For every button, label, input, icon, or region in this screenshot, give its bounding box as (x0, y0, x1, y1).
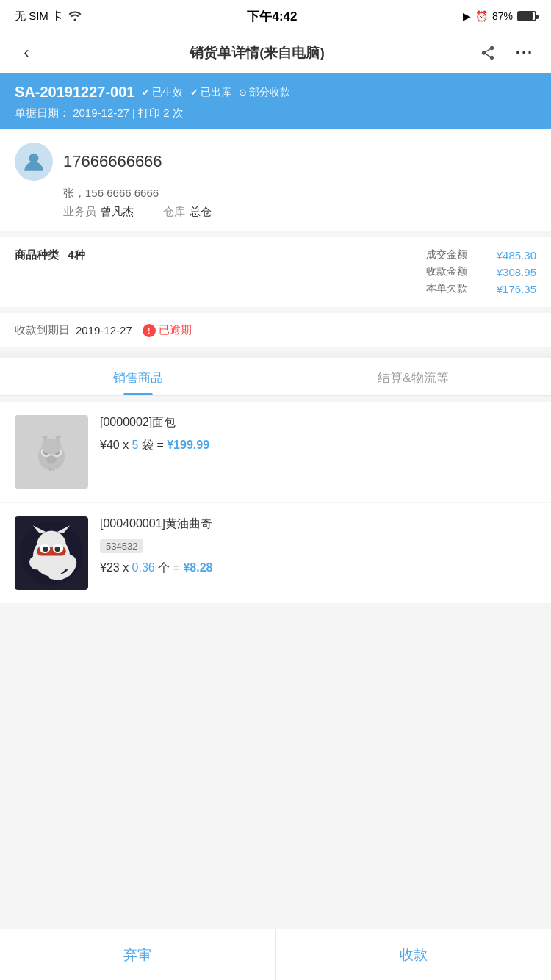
product-name-2: [000400001]黄油曲奇 (100, 516, 536, 532)
product-qty-2: 0.36 (132, 561, 155, 574)
page-title: 销货单详情(来自电脑) (190, 43, 325, 62)
debt-label: 本单欠款 (426, 282, 467, 295)
tabs-row: 销售商品 结算&物流等 (0, 358, 551, 395)
order-meta: 单据日期： 2019-12-27 | 打印 2 次 (15, 107, 536, 120)
customer-section: 17666666666 张，156 6666 6666 业务员 曾凡杰 仓库 总… (0, 129, 551, 231)
debt-row: 本单欠款 ¥176.35 (426, 282, 536, 295)
received-label: 收款金额 (426, 265, 467, 278)
product-image-icon-2 (18, 520, 84, 586)
customer-row: 17666666666 (15, 143, 536, 181)
order-id-row: SA-20191227-001 ✔ 已生效 ✔ 已出库 ⊙ 部分收款 (15, 84, 536, 101)
svg-point-0 (29, 154, 39, 163)
status-time: 下午4:42 (247, 8, 297, 25)
check-icon-shipped: ✔ (190, 87, 198, 98)
abandon-review-button[interactable]: 弃审 (0, 929, 276, 980)
product-qty-1: 5 (132, 439, 139, 451)
product-list: B+ [0000002]面包 ¥40 x 5 袋 = ¥199.99 (0, 402, 551, 603)
svg-point-18 (55, 547, 60, 552)
staff-row: 业务员 曾凡杰 仓库 总仓 (63, 205, 536, 219)
share-icon (480, 45, 496, 61)
warehouse-name: 总仓 (190, 205, 212, 219)
tab-settlement[interactable]: 结算&物流等 (276, 358, 551, 395)
tab-underline (123, 393, 153, 395)
staff-name: 曾凡杰 (101, 205, 134, 219)
product-tag-2: 534532 (100, 539, 143, 553)
summary-right: 成交金额 ¥485.30 收款金额 ¥308.95 本单欠款 ¥176.35 (426, 248, 536, 295)
owl-icon: B+ (29, 430, 73, 474)
warehouse-label: 仓库 (163, 205, 185, 219)
status-right: ▶ ⏰ 87% (463, 10, 536, 22)
customer-id: 17666666666 (63, 152, 162, 171)
status-badge-active: ✔ 已生效 (142, 86, 183, 99)
svg-point-9 (46, 456, 57, 464)
item-count: 商品种类 4种 (15, 248, 85, 262)
back-arrow-icon: ‹ (24, 43, 29, 62)
location-icon: ▶ (463, 10, 471, 22)
more-button[interactable]: ··· (513, 41, 536, 65)
overdue-dot-icon: ! (143, 324, 156, 337)
table-row: [000400001]黄油曲奇 534532 ¥23 x 0.36 个 = ¥8… (0, 503, 551, 603)
back-button[interactable]: ‹ (15, 41, 38, 65)
received-row: 收款金额 ¥308.95 (426, 265, 536, 278)
overdue-badge: ! 已逾期 (143, 323, 192, 337)
product-total-1: ¥199.99 (167, 439, 209, 451)
carrier-label: 无 SIM 卡 (15, 10, 62, 24)
table-row: B+ [0000002]面包 ¥40 x 5 袋 = ¥199.99 (0, 402, 551, 502)
check-icon-active: ✔ (142, 87, 150, 98)
wifi-icon (68, 10, 82, 23)
product-info-1: [0000002]面包 ¥40 x 5 袋 = ¥199.99 (100, 415, 536, 453)
amount-label: 成交金额 (426, 248, 467, 262)
staff-label: 业务员 (63, 205, 96, 219)
product-total-2: ¥8.28 (183, 561, 212, 574)
overdue-text: 已逾期 (159, 323, 192, 337)
status-badge-partial: ⊙ 部分收款 (239, 86, 290, 99)
order-id: SA-20191227-001 (15, 84, 134, 101)
due-date-section: 收款到期日 2019-12-27 ! 已逾期 (0, 313, 551, 347)
debt-value: ¥176.35 (478, 283, 536, 295)
received-value: ¥308.95 (478, 266, 536, 278)
tab-sales-products[interactable]: 销售商品 (0, 358, 276, 395)
share-button[interactable] (476, 41, 500, 65)
tabs-section: 销售商品 结算&物流等 (0, 358, 551, 396)
tabs-border (0, 395, 551, 396)
amount-value: ¥485.30 (478, 249, 536, 262)
collect-payment-button[interactable]: 收款 (276, 929, 552, 980)
summary-section: 商品种类 4种 成交金额 ¥485.30 收款金额 ¥308.95 本单欠款 ¥… (0, 237, 551, 307)
amount-row: 成交金额 ¥485.30 (426, 248, 536, 262)
clock-icon: ⊙ (239, 87, 247, 98)
product-image-2 (15, 516, 88, 590)
summary-left: 商品种类 4种 (15, 248, 85, 262)
product-price-2: ¥23 x 0.36 个 = ¥8.28 (100, 561, 536, 576)
customer-name-phone: 张，156 6666 6666 (63, 187, 536, 201)
product-name-1: [0000002]面包 (100, 415, 536, 430)
nav-bar: ‹ 销货单详情(来自电脑) ··· (0, 32, 551, 73)
product-price-1: ¥40 x 5 袋 = ¥199.99 (100, 438, 536, 453)
battery-label: 87% (492, 10, 513, 22)
due-date-value: 2019-12-27 (76, 324, 132, 336)
order-header: SA-20191227-001 ✔ 已生效 ✔ 已出库 ⊙ 部分收款 单据日期：… (0, 73, 551, 129)
svg-point-17 (43, 547, 48, 552)
due-label: 收款到期日 (15, 323, 70, 337)
avatar (15, 143, 53, 181)
alarm-icon: ⏰ (475, 10, 488, 22)
nav-actions: ··· (476, 41, 536, 65)
svg-text:B+: B+ (48, 467, 54, 472)
bottom-bar: 弃审 收款 (0, 929, 551, 980)
more-icon: ··· (516, 43, 533, 62)
product-thumbnail-1: B+ (15, 415, 88, 489)
battery-icon (517, 11, 536, 21)
product-info-2: [000400001]黄油曲奇 534532 ¥23 x 0.36 个 = ¥8… (100, 516, 536, 576)
status-left: 无 SIM 卡 (15, 10, 82, 24)
status-badge-shipped: ✔ 已出库 (190, 86, 231, 99)
product-thumbnail-2 (15, 516, 88, 590)
status-bar: 无 SIM 卡 下午4:42 ▶ ⏰ 87% (0, 0, 551, 32)
status-badges: ✔ 已生效 ✔ 已出库 ⊙ 部分收款 (142, 86, 290, 99)
avatar-icon (22, 150, 46, 173)
